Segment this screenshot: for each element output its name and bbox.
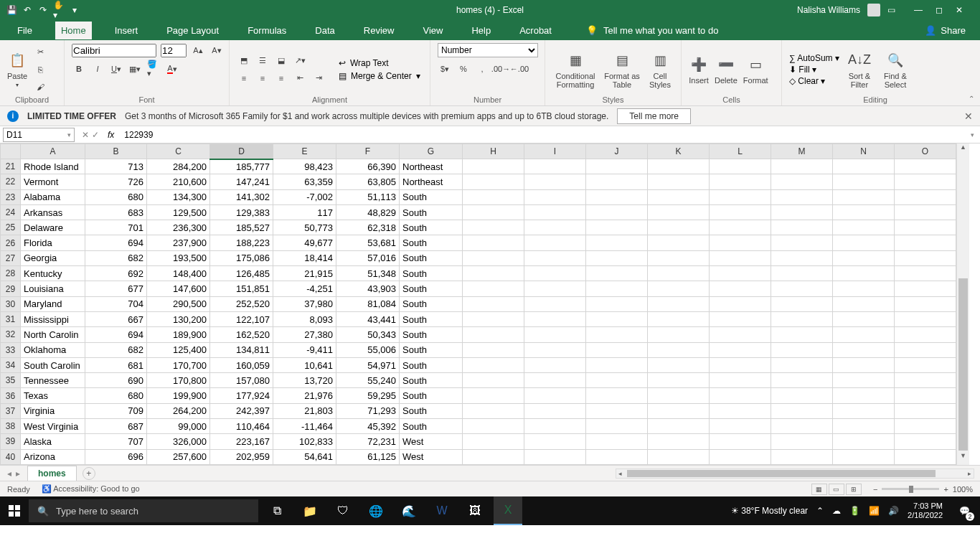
cell[interactable] [771,281,833,296]
cell[interactable]: South [400,388,463,403]
cell[interactable] [833,174,895,189]
cell[interactable] [771,357,833,372]
grid-table[interactable]: ABCDEFGHIJKLMNO 21Rhode Island713284,200… [0,143,956,465]
cell[interactable]: South [400,266,463,281]
cell[interactable] [771,174,833,189]
cell[interactable]: 129,383 [210,204,273,220]
cell[interactable] [771,449,833,464]
cell[interactable] [833,327,895,342]
cell[interactable]: 50,773 [273,220,336,235]
cell[interactable] [586,373,648,388]
cell[interactable]: 151,851 [210,281,273,296]
cell[interactable] [586,204,648,220]
column-header[interactable]: O [895,144,956,159]
cell[interactable]: South [400,281,463,296]
row-header[interactable]: 33 [1,342,21,357]
cell[interactable] [895,357,956,372]
cell[interactable] [463,296,524,311]
cell[interactable] [463,388,524,403]
page-layout-view-icon[interactable]: ▭ [829,484,844,495]
cell[interactable]: South [400,419,463,434]
maximize-icon[interactable]: ◻ [936,5,943,15]
format-cells-button[interactable]: ▭Format [743,55,768,85]
percent-icon[interactable]: % [456,62,471,76]
cell[interactable]: Vermont [21,174,85,189]
cell[interactable]: 81,084 [336,296,400,311]
cell[interactable] [648,403,710,418]
delete-cells-button[interactable]: ➖Delete [715,55,738,85]
cell[interactable] [710,204,771,220]
column-header[interactable]: G [400,144,463,159]
cut-icon[interactable]: ✂ [33,45,47,60]
undo-icon[interactable]: ↶ [22,4,33,16]
clear-button[interactable]: ◇ Clear ▾ [789,76,839,86]
cell[interactable] [771,250,833,265]
row-header[interactable]: 32 [1,327,21,342]
cell[interactable] [524,449,586,464]
cell[interactable]: Arizona [21,449,85,464]
cell[interactable] [895,204,956,220]
cell[interactable] [895,327,956,342]
cell[interactable] [710,220,771,235]
cell[interactable] [895,419,956,434]
row-header[interactable]: 29 [1,281,21,296]
cell[interactable] [895,311,956,326]
cell[interactable]: 54,641 [273,449,336,464]
cell[interactable] [710,327,771,342]
cell[interactable] [771,235,833,250]
cell[interactable] [524,189,586,204]
cell[interactable]: -7,002 [273,189,336,204]
word-icon[interactable]: W [428,496,456,525]
zoom-handle[interactable] [909,486,913,493]
cell[interactable] [895,403,956,418]
tab-page-layout[interactable]: Page Layout [161,22,225,39]
cell[interactable] [524,419,586,434]
horizontal-scrollbar[interactable]: ◂ ▸ [616,468,974,479]
cell[interactable]: 126,485 [210,266,273,281]
align-center-icon[interactable]: ≡ [255,71,270,85]
cell[interactable] [648,342,710,357]
row-header[interactable]: 39 [1,434,21,449]
cell[interactable] [710,419,771,434]
scroll-right-icon[interactable]: ▸ [966,470,974,477]
cell[interactable]: 57,016 [336,250,400,265]
copy-icon[interactable]: ⎘ [33,62,47,77]
cell[interactable]: 199,900 [147,388,210,403]
cell[interactable] [524,403,586,418]
cell[interactable] [710,403,771,418]
cell[interactable]: Kentucky [21,266,85,281]
orientation-icon[interactable]: ↗▾ [293,54,307,68]
cell[interactable] [586,235,648,250]
cell[interactable] [463,342,524,357]
cell[interactable] [463,204,524,220]
fill-button[interactable]: ⬇ Fill ▾ [789,65,839,75]
cell[interactable]: 55,240 [336,373,400,388]
close-infobar-icon[interactable]: ✕ [964,110,973,122]
cell[interactable] [463,266,524,281]
cell[interactable] [833,250,895,265]
cell[interactable]: 692 [85,266,147,281]
cell[interactable] [524,250,586,265]
cell[interactable]: South [400,311,463,326]
cell[interactable] [586,189,648,204]
column-header[interactable]: H [463,144,524,159]
cell[interactable] [895,174,956,189]
tab-formulas[interactable]: Formulas [242,22,292,39]
cell[interactable]: 175,086 [210,250,273,265]
touch-mode-icon[interactable]: ✋▾ [53,4,65,16]
enter-formula-icon[interactable]: ✓ [92,130,99,140]
cell[interactable]: 696 [85,449,147,464]
wrap-text-button[interactable]: ↩Wrap Text [339,58,420,68]
column-header[interactable]: A [21,144,85,159]
cell[interactable] [710,449,771,464]
cell[interactable]: 129,500 [147,204,210,220]
font-color-icon[interactable]: A▾ [165,62,179,76]
italic-button[interactable]: I [90,62,105,76]
scroll-track[interactable] [957,156,969,452]
cell[interactable] [648,159,710,174]
tab-help[interactable]: Help [466,22,496,39]
share-button[interactable]: 👤 Share [925,25,980,36]
cell[interactable] [895,235,956,250]
cell[interactable] [586,266,648,281]
tray-chevron-icon[interactable]: ⌃ [816,506,824,516]
